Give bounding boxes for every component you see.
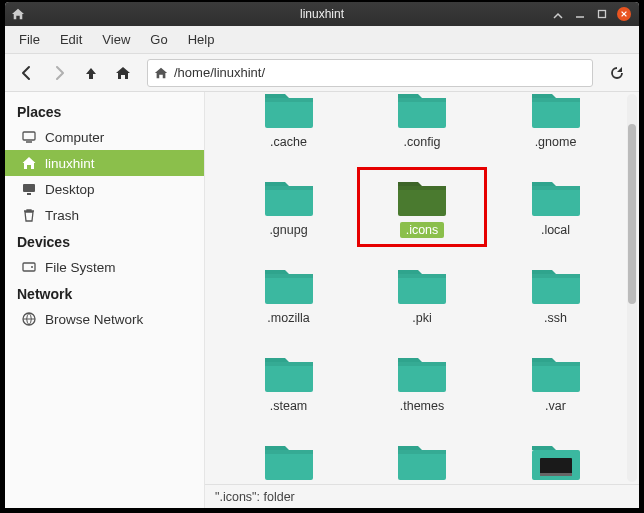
folder-label: .local bbox=[535, 222, 576, 238]
folder-config[interactable]: .config bbox=[362, 92, 482, 154]
toolbar: /home/linuxhint/ bbox=[5, 54, 639, 92]
folder-icon bbox=[263, 440, 315, 482]
folder-icon bbox=[396, 352, 448, 394]
folder-icon bbox=[263, 176, 315, 218]
menu-view[interactable]: View bbox=[94, 29, 138, 50]
sidebar-item-desktop[interactable]: Desktop bbox=[5, 176, 204, 202]
scrollbar-thumb[interactable] bbox=[628, 124, 636, 304]
folder-label: .config bbox=[398, 134, 447, 150]
path-text: /home/linuxhint/ bbox=[174, 65, 265, 80]
folder-icon bbox=[263, 352, 315, 394]
folder-pki[interactable]: .pki bbox=[362, 260, 482, 330]
folder-gnupg[interactable]: .gnupg bbox=[229, 172, 349, 242]
sidebar-item-computer[interactable]: Computer bbox=[5, 124, 204, 150]
svg-rect-10 bbox=[27, 193, 31, 195]
status-bar: ".icons": folder bbox=[205, 484, 639, 508]
home-icon bbox=[21, 155, 37, 171]
folder-steam[interactable]: .steam bbox=[229, 348, 349, 418]
folder-icon bbox=[530, 176, 582, 218]
folder-icon bbox=[530, 92, 582, 130]
disk-icon bbox=[21, 259, 37, 275]
file-manager-window: linuxhint FileEditViewGoHelp /home/linux… bbox=[5, 2, 639, 508]
folder-label: .icons bbox=[400, 222, 445, 238]
svg-rect-6 bbox=[599, 11, 606, 18]
sidebar-item-browse-network[interactable]: Browse Network bbox=[5, 306, 204, 332]
folder-label: .gnupg bbox=[263, 222, 313, 238]
folder-wine[interactable]: .wine bbox=[362, 436, 482, 484]
folder-gnome[interactable]: .gnome bbox=[496, 92, 616, 154]
folder-label: .steam bbox=[264, 398, 314, 414]
titlebar: linuxhint bbox=[5, 2, 639, 26]
folder-label: .gnome bbox=[529, 134, 583, 150]
places-header: Places bbox=[5, 98, 204, 124]
folder-var[interactable]: .var bbox=[496, 348, 616, 418]
folder-label: .var bbox=[539, 398, 572, 414]
sidebar-item-label: Desktop bbox=[45, 182, 95, 197]
folder-label: .cache bbox=[264, 134, 313, 150]
folder-icon bbox=[396, 176, 448, 218]
folder-local[interactable]: .local bbox=[496, 172, 616, 242]
trash-icon bbox=[21, 207, 37, 223]
menu-file[interactable]: File bbox=[11, 29, 48, 50]
home-button[interactable] bbox=[109, 59, 137, 87]
folder-desktop[interactable]: Desktop bbox=[496, 436, 616, 484]
sidebar-item-trash[interactable]: Trash bbox=[5, 202, 204, 228]
reload-button[interactable] bbox=[603, 59, 631, 87]
monitor-icon bbox=[21, 129, 37, 145]
menu-help[interactable]: Help bbox=[180, 29, 223, 50]
devices-header: Devices bbox=[5, 228, 204, 254]
window-title: linuxhint bbox=[300, 7, 344, 21]
minimize-button[interactable] bbox=[573, 7, 587, 21]
globe-icon bbox=[21, 311, 37, 327]
folder-cache[interactable]: .cache bbox=[229, 92, 349, 154]
sidebar-item-label: File System bbox=[45, 260, 116, 275]
file-grid-viewport[interactable]: .cache.config.gnome.gnupg.icons.local.mo… bbox=[205, 92, 639, 484]
folder-vscode[interactable]: .vscode bbox=[229, 436, 349, 484]
menu-edit[interactable]: Edit bbox=[52, 29, 90, 50]
up-button[interactable] bbox=[77, 59, 105, 87]
svg-rect-7 bbox=[23, 132, 35, 140]
folder-icon bbox=[530, 264, 582, 306]
maximize-button[interactable] bbox=[595, 7, 609, 21]
sidebar-item-linuxhint[interactable]: linuxhint bbox=[5, 150, 204, 176]
folder-icon bbox=[396, 92, 448, 130]
sidebar-item-label: Trash bbox=[45, 208, 79, 223]
sidebar-item-label: Browse Network bbox=[45, 312, 143, 327]
close-button[interactable] bbox=[617, 7, 631, 21]
forward-button[interactable] bbox=[45, 59, 73, 87]
folder-icon bbox=[530, 352, 582, 394]
svg-rect-11 bbox=[23, 263, 35, 271]
folder-mozilla[interactable]: .mozilla bbox=[229, 260, 349, 330]
folder-label: .pki bbox=[406, 310, 437, 326]
menu-go[interactable]: Go bbox=[142, 29, 175, 50]
network-header: Network bbox=[5, 280, 204, 306]
sidebar-item-label: Computer bbox=[45, 130, 104, 145]
sidebar-item-file-system[interactable]: File System bbox=[5, 254, 204, 280]
sidebar-item-label: linuxhint bbox=[45, 156, 95, 171]
folder-icon bbox=[263, 264, 315, 306]
folder-label: .themes bbox=[394, 398, 450, 414]
folder-icon bbox=[396, 440, 448, 482]
folder-icons[interactable]: .icons bbox=[362, 172, 482, 242]
scrollbar[interactable] bbox=[627, 94, 637, 482]
folder-icon bbox=[396, 264, 448, 306]
folder-ssh[interactable]: .ssh bbox=[496, 260, 616, 330]
path-bar[interactable]: /home/linuxhint/ bbox=[147, 59, 593, 87]
folder-label: .ssh bbox=[538, 310, 573, 326]
home-icon bbox=[11, 8, 25, 20]
sidebar: Places ComputerlinuxhintDesktopTrash Dev… bbox=[5, 92, 205, 508]
svg-point-12 bbox=[31, 266, 33, 268]
menubar: FileEditViewGoHelp bbox=[5, 26, 639, 54]
back-button[interactable] bbox=[13, 59, 41, 87]
restore-icon[interactable] bbox=[551, 7, 565, 21]
folder-label: .mozilla bbox=[261, 310, 315, 326]
status-text: ".icons": folder bbox=[215, 490, 295, 504]
home-icon bbox=[154, 66, 168, 80]
folder-themes[interactable]: .themes bbox=[362, 348, 482, 418]
desktop-icon bbox=[21, 181, 37, 197]
svg-rect-9 bbox=[23, 184, 35, 192]
folder-icon bbox=[530, 440, 582, 482]
folder-icon bbox=[263, 92, 315, 130]
